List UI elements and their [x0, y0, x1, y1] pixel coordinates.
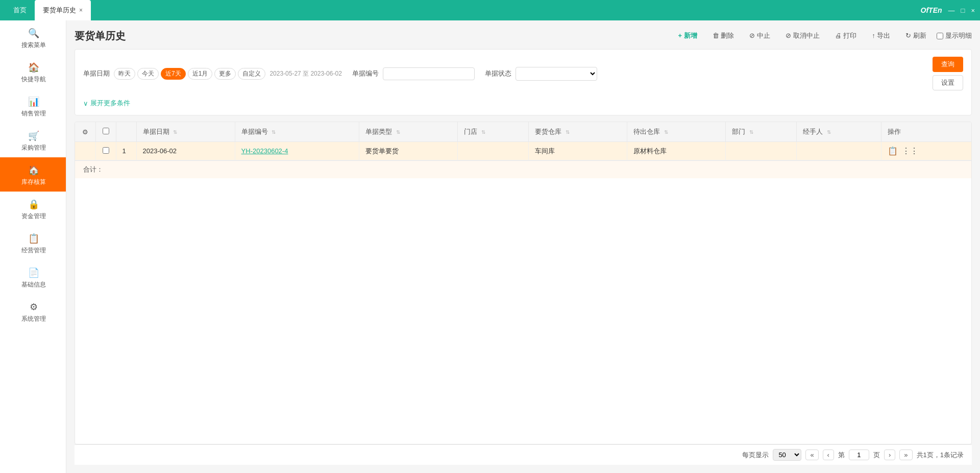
sort-docno-icon: ⇅	[272, 129, 276, 135]
sidebar-item-basic-info[interactable]: 📄 基础信息	[0, 260, 66, 294]
col-store[interactable]: 门店 ⇅	[458, 122, 529, 142]
footer-bar: 合计：	[75, 160, 971, 178]
row-edit-icon[interactable]: 📋	[888, 146, 898, 156]
status-select[interactable]	[516, 67, 597, 81]
row-more-icon[interactable]: ⋮⋮	[902, 146, 918, 156]
sidebar-item-label: 基础信息	[21, 280, 46, 289]
page-header: 要货单历史 + 新增 🗑 删除 ⊘ 中止 ⊘ 取消中止 🖨 打印 ↑ 导出 ↻ …	[75, 29, 972, 43]
export-button[interactable]: ↑ 导出	[867, 29, 895, 43]
tab-active-label: 要货单历史	[43, 6, 76, 15]
date-filter-group: 单据日期 昨天 今天 近7天 近1月 更多 自定义 2023-05-27 至 2…	[83, 68, 342, 80]
pagination-bar: 每页显示 50 10 20 100 « ‹ 第 页 › » 共1页，1条记录	[75, 444, 972, 465]
tab-close-icon[interactable]: ×	[79, 7, 83, 14]
col-handler[interactable]: 经手人 ⇅	[797, 122, 881, 142]
page-input[interactable]	[849, 450, 869, 460]
col-department[interactable]: 部门 ⇅	[726, 122, 797, 142]
date-last7-btn[interactable]: 近7天	[161, 68, 186, 80]
sidebar-item-search-menu[interactable]: 🔍 搜索菜单	[0, 20, 66, 55]
col-doctype-label: 单据类型	[365, 128, 392, 135]
footer-total-label: 合计：	[83, 165, 103, 174]
last-page-btn[interactable]: »	[899, 450, 912, 460]
date-range-text: 2023-05-27 至 2023-06-02	[270, 69, 341, 78]
sales-icon: 📊	[28, 96, 39, 107]
close-window-icon[interactable]: ×	[971, 7, 975, 14]
sort-pending-warehouse-icon: ⇅	[664, 129, 668, 135]
sidebar-item-label: 快捷导航	[21, 75, 46, 84]
stop-button[interactable]: ⊘ 中止	[744, 29, 775, 43]
row-checkbox[interactable]	[95, 142, 116, 160]
row-docno: YH-20230602-4	[235, 142, 359, 160]
sidebar-item-quick-nav[interactable]: 🏠 快捷导航	[0, 55, 66, 89]
content-area: 要货单历史 + 新增 🗑 删除 ⊘ 中止 ⊘ 取消中止 🖨 打印 ↑ 导出 ↻ …	[66, 20, 980, 473]
sidebar-item-label: 采购管理	[21, 144, 46, 152]
row-docno-link[interactable]: YH-20230602-4	[241, 147, 288, 155]
next-page-btn[interactable]: ›	[884, 450, 895, 460]
sort-department-icon: ⇅	[749, 129, 753, 135]
sidebar-item-finance[interactable]: 🔒 资金管理	[0, 192, 66, 226]
expand-down-icon: ∨	[83, 100, 88, 107]
col-checkbox[interactable]	[95, 122, 116, 142]
tab-home[interactable]: 首页	[5, 0, 35, 20]
maximize-icon[interactable]: □	[961, 7, 965, 14]
docno-input[interactable]	[383, 67, 475, 80]
col-req-warehouse[interactable]: 要货仓库 ⇅	[529, 122, 627, 142]
sidebar-item-label: 库存核算	[21, 178, 46, 186]
filter-row-2: ∨ 展开更多条件	[83, 94, 963, 108]
main-layout: 🔍 搜索菜单 🏠 快捷导航 📊 销售管理 🛒 采购管理 🏠 库存核算 🔒 资金管…	[0, 20, 980, 473]
display-detail-input[interactable]	[937, 33, 943, 39]
sidebar-item-purchase[interactable]: 🛒 采购管理	[0, 123, 66, 157]
data-table: ⚙ 单据日期 ⇅ 单据编号 ⇅	[75, 122, 971, 160]
new-button[interactable]: + 新增	[673, 29, 702, 43]
first-page-btn[interactable]: «	[805, 450, 818, 460]
sidebar-item-inventory[interactable]: 🏠 库存核算	[0, 157, 66, 192]
date-yesterday-btn[interactable]: 昨天	[114, 68, 135, 80]
operations-icon: 📋	[28, 233, 39, 244]
prev-page-btn[interactable]: ‹	[823, 450, 834, 460]
delete-button[interactable]: 🗑 删除	[707, 29, 740, 43]
topbar: 首页 要货单历史 × OfTEn — □ ×	[0, 0, 980, 20]
col-pending-warehouse[interactable]: 待出仓库 ⇅	[627, 122, 726, 142]
refresh-button[interactable]: ↻ 刷新	[900, 29, 932, 43]
sidebar: 🔍 搜索菜单 🏠 快捷导航 📊 销售管理 🛒 采购管理 🏠 库存核算 🔒 资金管…	[0, 20, 66, 473]
select-all-checkbox[interactable]	[103, 128, 109, 134]
date-today-btn[interactable]: 今天	[137, 68, 159, 80]
filter-actions: 查询 设置	[933, 57, 963, 90]
sort-req-warehouse-icon: ⇅	[566, 129, 570, 135]
row-department	[726, 142, 797, 160]
page-title: 要货单历史	[75, 29, 673, 43]
row-select-checkbox[interactable]	[103, 147, 109, 154]
col-docno[interactable]: 单据编号 ⇅	[235, 122, 359, 142]
purchase-icon: 🛒	[28, 130, 39, 141]
col-doctype[interactable]: 单据类型 ⇅	[359, 122, 458, 142]
page-suffix: 页	[873, 451, 880, 460]
minimize-icon[interactable]: —	[948, 7, 955, 14]
expand-conditions-btn[interactable]: ∨ 展开更多条件	[83, 99, 130, 108]
per-page-select[interactable]: 50 10 20 100	[773, 449, 801, 461]
col-pending-warehouse-label: 待出仓库	[633, 128, 660, 135]
sort-store-icon: ⇅	[481, 129, 485, 135]
date-more-btn[interactable]: 更多	[214, 68, 236, 80]
table-container: ⚙ 单据日期 ⇅ 单据编号 ⇅	[75, 122, 972, 444]
sidebar-item-system[interactable]: ⚙ 系统管理	[0, 294, 66, 328]
row-settings	[75, 142, 95, 160]
print-button[interactable]: 🖨 打印	[830, 29, 862, 43]
tab-active[interactable]: 要货单历史 ×	[35, 0, 91, 20]
date-quick-btns: 昨天 今天 近7天 近1月 更多 自定义	[114, 68, 265, 80]
cancel-stop-button[interactable]: ⊘ 取消中止	[780, 29, 825, 43]
sidebar-item-sales[interactable]: 📊 销售管理	[0, 89, 66, 123]
finance-icon: 🔒	[28, 199, 39, 210]
col-settings[interactable]: ⚙	[75, 122, 95, 142]
col-date[interactable]: 单据日期 ⇅	[136, 122, 235, 142]
sidebar-item-label: 系统管理	[21, 315, 46, 323]
row-doctype: 要货单要货	[359, 142, 458, 160]
date-custom-btn[interactable]: 自定义	[238, 68, 265, 80]
row-index: 1	[116, 142, 136, 160]
col-date-label: 单据日期	[143, 128, 169, 135]
sidebar-item-operations[interactable]: 📋 经营管理	[0, 226, 66, 260]
date-last1month-btn[interactable]: 近1月	[188, 68, 213, 80]
display-detail-label: 显示明细	[945, 31, 972, 40]
settings-button[interactable]: 设置	[933, 75, 963, 90]
display-detail-checkbox[interactable]: 显示明细	[937, 31, 972, 40]
query-button[interactable]: 查询	[933, 57, 963, 72]
basic-info-icon: 📄	[28, 267, 39, 278]
